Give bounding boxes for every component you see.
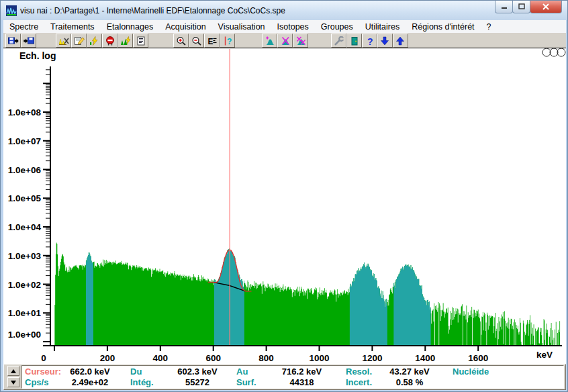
roi-region-1[interactable]	[86, 252, 93, 345]
close-icon	[542, 3, 550, 10]
maximize-button[interactable]	[512, 1, 530, 13]
x-tick-label: 1000	[309, 353, 329, 363]
report-button[interactable]	[133, 34, 148, 48]
menu-item-etalonnages[interactable]: Etalonnages	[101, 21, 160, 33]
y-tick-label: 1.0e+01	[8, 308, 42, 318]
clear-spectrum-button[interactable]	[56, 34, 71, 48]
y-tick-label: 1.0e+07	[8, 136, 41, 146]
start-acquisition-button[interactable]	[87, 34, 102, 48]
y-tick-label: 1.0e+00	[8, 330, 41, 340]
zoom-out-button[interactable]	[189, 34, 204, 48]
zoom-in-icon	[176, 36, 187, 46]
page-down-button[interactable]	[377, 34, 393, 48]
x-tick-label: 1400	[415, 353, 435, 363]
arrow-up-icon	[395, 36, 406, 46]
roi-delete-all-icon	[295, 36, 306, 46]
detector-status-circles	[542, 48, 565, 56]
add-roi-button[interactable]	[262, 34, 277, 48]
svg-text:?: ?	[227, 36, 232, 46]
status-panel: Curseur:662.0 keVDu602.3 keVAu716.2 keVR…	[21, 365, 564, 389]
minimize-icon	[500, 3, 508, 10]
x-tick-label: 600	[205, 353, 221, 363]
status-label-nuclide: Nucléide	[453, 366, 489, 377]
y-tick-label: 1.0e+02	[8, 280, 41, 290]
scale-label: Ech. log	[19, 50, 56, 61]
roi-region-2[interactable]	[214, 248, 244, 345]
zoom-out-icon	[191, 36, 202, 46]
menu-item-traitements[interactable]: Traitements	[44, 21, 101, 33]
help-button[interactable]: ?	[362, 34, 377, 48]
minimize-button[interactable]	[495, 1, 513, 13]
options-button[interactable]	[331, 34, 346, 48]
scale-toggle-button[interactable]: E	[204, 34, 220, 48]
y-tick-label: 1.0e+08	[8, 107, 42, 117]
arrow-down-icon	[380, 36, 391, 46]
x-tick-label: 800	[258, 353, 274, 363]
status-value-incert: 0.58 %	[376, 377, 443, 387]
delete-all-rois-button[interactable]	[293, 34, 308, 48]
roi-add-icon	[265, 36, 275, 46]
menu-item-acquisition[interactable]: Acquisition	[159, 21, 211, 33]
menu-item-utilitaires[interactable]: Utilitaires	[359, 21, 406, 33]
y-tick-label: 1.0e+03	[8, 251, 42, 261]
close-button[interactable]	[530, 1, 562, 13]
save-spectrum-next-button[interactable]	[5, 34, 21, 48]
spectrum-scroll-up-button[interactable]	[7, 366, 19, 376]
y-tick-label: 1.0e+04	[8, 222, 42, 232]
spectrum-chart[interactable]: Ech. log 1.0e+081.0e+071.0e+061.0e+051.0…	[3, 48, 566, 364]
spectrum-scroll-down-button[interactable]	[7, 377, 19, 387]
svg-text:E: E	[207, 36, 213, 46]
page-pencil-icon	[74, 36, 85, 46]
scale-e-icon: E	[207, 36, 218, 46]
status-value-surf: 44318	[267, 377, 337, 387]
app-window: visu nai : D:\Partage\1 - Interne\Marine…	[0, 0, 568, 392]
menu-item-groupes[interactable]: Groupes	[315, 21, 359, 33]
status-label-du: Du	[130, 366, 142, 377]
zoom-in-button[interactable]	[173, 34, 189, 48]
status-value-resol: 43.27 keV	[376, 366, 443, 377]
toolbar: E??	[3, 33, 566, 48]
status-label-intg: Intég.	[130, 377, 154, 387]
edit-spectrum-info-button[interactable]	[71, 34, 87, 48]
x-tick-label: 1600	[468, 353, 488, 363]
exit-button[interactable]	[346, 34, 362, 48]
status-value-au: 716.2 keV	[267, 366, 337, 377]
status-label-resol: Resol.	[346, 366, 372, 377]
x-tick-label: 400	[153, 353, 169, 363]
status-label-au: Au	[236, 366, 248, 377]
spectrum-plot[interactable]: 1.0e+081.0e+071.0e+061.0e+051.0e+041.0e+…	[3, 48, 566, 364]
cursor-info-button[interactable]: ?	[220, 34, 235, 48]
arrow-floppy-icon	[23, 36, 34, 46]
svg-text:?: ?	[367, 36, 373, 46]
y-tick-label: 1.0e+06	[8, 165, 42, 175]
cursor-question-icon: ?	[222, 36, 233, 46]
menu-item-[interactable]: ?	[481, 21, 498, 33]
floppy-arrow-right-icon	[8, 36, 19, 46]
roi-region-3[interactable]	[350, 262, 387, 345]
page-up-button[interactable]	[393, 34, 408, 48]
status-label-cpss: Cps/s	[25, 377, 48, 387]
menu-item-isotopes[interactable]: Isotopes	[271, 21, 315, 33]
y-tick-label: 1.0e+05	[8, 193, 42, 203]
status-value-curseur: 662.0 keV	[53, 366, 127, 377]
delete-roi-button[interactable]	[277, 34, 293, 48]
status-label-incert: Incert.	[346, 377, 372, 387]
roi-region-4[interactable]	[393, 264, 430, 345]
load-next-spectrum-button[interactable]	[21, 34, 36, 48]
title-bar[interactable]: visu nai : D:\Partage\1 - Interne\Marine…	[1, 1, 568, 20]
stop-acquisition-button[interactable]	[102, 34, 117, 48]
down-arrow-icon	[11, 381, 16, 385]
menu-item-r-gions-d-int-r-t[interactable]: Régions d'intérét	[406, 21, 480, 33]
menu-item-spectre[interactable]: Spectre	[3, 21, 44, 33]
acquisition-spectrum-button[interactable]	[117, 34, 133, 48]
status-label-surf: Surf.	[236, 377, 256, 387]
menu-item-visualisation[interactable]: Visualisation	[212, 21, 271, 33]
up-arrow-icon	[11, 369, 16, 373]
lightning-icon	[89, 36, 100, 46]
x-tick-label: 1200	[362, 353, 382, 363]
door-icon	[349, 36, 360, 46]
x-unit-label: keV	[536, 350, 553, 360]
x-tick-label: 0	[41, 353, 46, 363]
spectrum-lightning-icon	[120, 36, 131, 46]
help-icon: ?	[365, 36, 375, 46]
